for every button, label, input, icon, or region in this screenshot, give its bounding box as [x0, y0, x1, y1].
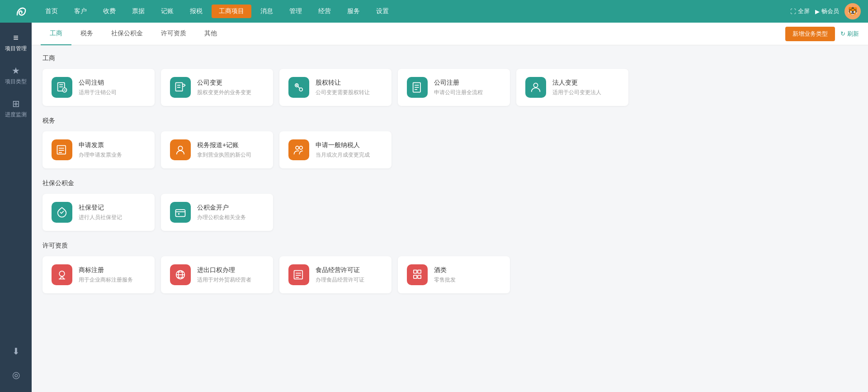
card-company-register[interactable]: 公司注册 申请公司注册全流程	[398, 69, 510, 106]
sidebar-item-location[interactable]: ◎	[0, 363, 32, 387]
nav-items: 首页 客户 收费 票据 记账 报税 工商项目 消息 管理 经营 服务 设置	[38, 5, 790, 18]
nav-home[interactable]: 首页	[38, 5, 65, 18]
svg-point-21	[296, 146, 299, 149]
scroll-content[interactable]: 工商 公司注销 适用于注销公司 公司变更	[32, 45, 868, 392]
tab-tax[interactable]: 税务	[71, 23, 102, 45]
sidebar-item-download[interactable]: ⬇	[0, 339, 32, 363]
grid-icon: ⊞	[12, 98, 20, 109]
card-title-fund-account: 公积金开户	[197, 204, 264, 212]
card-fund-account[interactable]: 公积金开户 办理公积金相关业务	[161, 194, 273, 231]
tab-license[interactable]: 许可资质	[152, 23, 195, 45]
tab-industry[interactable]: 工商	[41, 23, 71, 45]
card-title-equity-transfer: 股权转让	[316, 79, 382, 87]
section-title-tax: 税务	[42, 117, 857, 125]
card-icon-social-reg	[52, 202, 72, 223]
svg-rect-36	[414, 270, 417, 273]
card-title-social-reg: 社保登记	[79, 204, 146, 212]
card-text-invoice: 申请发票 办理申请发票业务	[79, 141, 146, 159]
card-icon-invoice	[52, 139, 72, 160]
nav-client[interactable]: 客户	[67, 5, 94, 18]
card-general-taxpayer[interactable]: 申请一般纳税人 当月或次月成变更完成	[279, 131, 392, 168]
main-layout: ≡ 项目管理 ★ 项目类型 ⊞ 进度监测 ⬇ ◎ 工商 税务 社保公积金 许可资…	[0, 23, 868, 392]
card-icon-alcohol	[407, 264, 428, 285]
card-text-trademark: 商标注册 用于企业商标注册服务	[79, 266, 146, 284]
nav-fee[interactable]: 收费	[96, 5, 123, 18]
card-equity-transfer[interactable]: 股权转让 公司变更需要股权转让	[279, 69, 392, 106]
svg-point-24	[178, 213, 180, 215]
sidebar-item-project-type[interactable]: ★ 项目类型	[0, 59, 32, 92]
nav-settings[interactable]: 设置	[369, 5, 396, 18]
nav-service[interactable]: 服务	[340, 5, 367, 18]
svg-point-25	[59, 271, 65, 277]
avatar[interactable]: 🐯	[844, 3, 861, 19]
card-icon-general-taxpayer	[288, 139, 309, 160]
card-text-company-cancel: 公司注销 适用于注销公司	[79, 79, 146, 96]
fullscreen-icon: ⛶	[790, 8, 796, 15]
fullscreen-button[interactable]: ⛶ 全屏	[790, 7, 810, 15]
card-title-company-change: 公司变更	[197, 79, 264, 87]
svg-rect-5	[176, 83, 183, 91]
card-food-license[interactable]: 食品经营许可证 办理食品经营许可证	[279, 256, 392, 293]
card-import-export[interactable]: 进出口权办理 适用于对外贸易经营者	[161, 256, 273, 293]
card-text-tax-bookkeep: 税务报道+记账 拿到营业执照的新公司	[197, 141, 264, 159]
nav-operation[interactable]: 经营	[311, 5, 338, 18]
card-social-reg[interactable]: 社保登记 进行人员社保登记	[42, 194, 155, 231]
svg-rect-23	[176, 210, 185, 216]
nav-bookkeep[interactable]: 记账	[154, 5, 181, 18]
svg-rect-37	[418, 270, 421, 273]
card-title-food-license: 食品经营许可证	[316, 266, 382, 274]
nav-bill[interactable]: 票据	[125, 5, 152, 18]
star-icon: ★	[12, 65, 20, 76]
card-company-cancel[interactable]: 公司注销 适用于注销公司	[42, 69, 155, 106]
vip-button[interactable]: ▶ 畅会员	[815, 7, 839, 15]
card-desc-alcohol: 零售批发	[434, 276, 501, 284]
card-icon-food-license	[288, 264, 309, 285]
list-icon: ≡	[13, 33, 19, 43]
card-alcohol[interactable]: 酒类 零售批发	[398, 256, 510, 293]
card-title-company-cancel: 公司注销	[79, 79, 146, 87]
left-sidebar: ≡ 项目管理 ★ 项目类型 ⊞ 进度监测 ⬇ ◎	[0, 23, 32, 392]
cards-grid-license: 商标注册 用于企业商标注册服务 进出口权办理 适用于对外贸易经营者	[42, 256, 857, 293]
svg-point-22	[299, 146, 302, 149]
card-icon-equity-transfer	[288, 77, 309, 98]
card-tax-bookkeep[interactable]: 税务报道+记账 拿到营业执照的新公司	[161, 131, 273, 168]
sidebar-item-progress[interactable]: ⊞ 进度监测	[0, 92, 32, 125]
add-business-type-button[interactable]: 新增业务类型	[785, 27, 835, 41]
play-icon: ▶	[815, 8, 820, 15]
card-icon-import-export	[170, 264, 191, 285]
refresh-button[interactable]: ↻ 刷新	[840, 30, 859, 38]
svg-point-20	[178, 146, 182, 150]
card-desc-import-export: 适用于对外贸易经营者	[197, 276, 264, 284]
card-desc-company-register: 申请公司注册全流程	[434, 89, 501, 96]
card-legal-change[interactable]: 法人变更 适用于公司变更法人	[516, 69, 628, 106]
sidebar-item-project-mgmt[interactable]: ≡ 项目管理	[0, 26, 32, 59]
svg-point-15	[533, 83, 538, 87]
card-title-alcohol: 酒类	[434, 266, 501, 274]
card-desc-food-license: 办理食品经营许可证	[316, 276, 382, 284]
card-text-equity-transfer: 股权转让 公司变更需要股权转让	[316, 79, 382, 96]
card-title-invoice: 申请发票	[79, 141, 146, 149]
tab-other[interactable]: 其他	[195, 23, 226, 45]
cards-grid-industry: 公司注销 适用于注销公司 公司变更 股权变更外的业务变更	[42, 69, 857, 106]
svg-rect-39	[418, 275, 421, 278]
card-icon-legal-change	[525, 77, 546, 98]
card-desc-fund-account: 办理公积金相关业务	[197, 214, 264, 221]
refresh-icon: ↻	[840, 30, 845, 37]
card-desc-tax-bookkeep: 拿到营业执照的新公司	[197, 151, 264, 159]
card-desc-invoice: 办理申请发票业务	[79, 151, 146, 159]
card-text-company-change: 公司变更 股权变更外的业务变更	[197, 79, 264, 96]
card-text-fund-account: 公积金开户 办理公积金相关业务	[197, 204, 264, 221]
nav-manage[interactable]: 管理	[282, 5, 309, 18]
card-company-change[interactable]: 公司变更 股权变更外的业务变更	[161, 69, 273, 106]
tab-social[interactable]: 社保公积金	[102, 23, 152, 45]
card-title-tax-bookkeep: 税务报道+记账	[197, 141, 264, 149]
nav-message[interactable]: 消息	[253, 5, 280, 18]
card-desc-company-change: 股权变更外的业务变更	[197, 89, 264, 96]
logo	[7, 4, 34, 19]
card-trademark[interactable]: 商标注册 用于企业商标注册服务	[42, 256, 155, 293]
nav-industry[interactable]: 工商项目	[212, 5, 251, 18]
top-nav: 首页 客户 收费 票据 记账 报税 工商项目 消息 管理 经营 服务 设置 ⛶ …	[0, 0, 868, 23]
card-invoice[interactable]: 申请发票 办理申请发票业务	[42, 131, 155, 168]
nav-tax[interactable]: 报税	[183, 5, 210, 18]
download-icon: ⬇	[12, 346, 20, 357]
